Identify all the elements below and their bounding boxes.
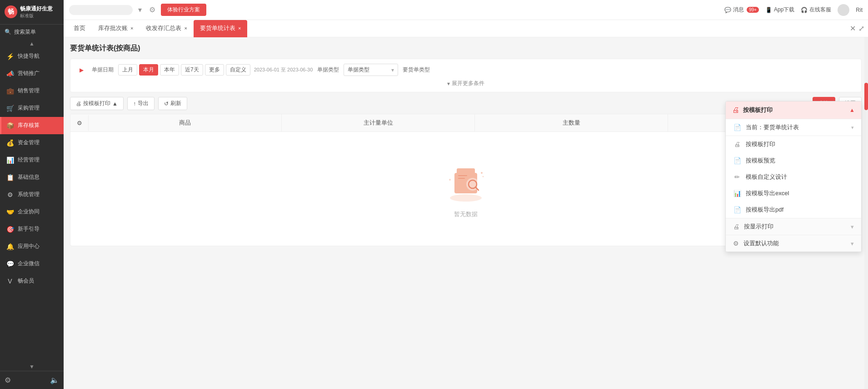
dropdown-current-template[interactable]: 📄 当前：要货单统计表 ▾ [726, 119, 861, 136]
sidebar-item-shortcut[interactable]: ⚡ 快捷导航 [0, 48, 64, 65]
trial-btn[interactable]: 体验行业方案 [161, 4, 206, 16]
content-area: 要货单统计表(按商品) ▶ 单据日期 上月 本月 本年 近7天 更多 自定义 2… [64, 37, 868, 389]
type-filter-label: 单据类型 [317, 66, 339, 74]
export-excel-icon: 📊 [733, 190, 741, 197]
sidebar-logo: 畅 畅康通好生意 标准版 [0, 0, 64, 25]
table-col-goods: 商品 [89, 114, 282, 131]
sidebar-item-newbie[interactable]: 🎯 新手引导 [0, 221, 64, 238]
sidebar-scroll-up[interactable]: ▲ [0, 40, 64, 48]
date-btn-current-year[interactable]: 本年 [160, 64, 179, 76]
newbie-icon: 🎯 [6, 225, 14, 233]
avatar[interactable] [838, 4, 849, 16]
topbar-gear-icon[interactable]: ⚙ [149, 5, 155, 14]
sidebar-item-sales[interactable]: 💼 销售管理 [0, 82, 64, 100]
expand-more-icon: ▾ [447, 81, 450, 87]
tab-inventory-batch[interactable]: 库存批次账 × [92, 20, 140, 37]
sidebar-item-operation[interactable]: 📊 经营管理 [0, 152, 64, 169]
page-title: 要货单统计表(按商品) [70, 44, 862, 53]
topbar-dropdown-btn[interactable]: ▾ [136, 5, 144, 15]
date-btn-current-month[interactable]: 本月 [139, 64, 158, 76]
wechat-icon: 💬 [6, 260, 14, 268]
date-range-display: 2023-06-01 至 2023-06-30 [254, 66, 313, 73]
tab-home[interactable]: 首页 [67, 20, 92, 37]
footer-audio-icon[interactable]: 🔈 [50, 376, 59, 384]
table-col-unit: 主计量单位 [282, 114, 475, 131]
operation-icon: 📊 [6, 156, 14, 164]
tabbar: 首页 库存批次账 × 收发存汇总表 × 要货单统计表 × ✕ ⤢ [64, 20, 868, 37]
refresh-icon: ↺ [164, 101, 169, 107]
app-download-btn[interactable]: 📱 App下载 [765, 6, 794, 14]
tab-order-stats-close[interactable]: × [238, 25, 241, 31]
main-area: ▾ ⚙ 体验行业方案 💬 消息 99+ 📱 App下载 🎧 在线客服 Rit 首… [64, 0, 868, 389]
dropdown-export-excel[interactable]: 📊 按模板导出excel [726, 185, 861, 202]
date-filter-group: 上月 本月 本年 近7天 更多 自定义 2023-06-01 至 2023-06… [118, 64, 313, 76]
logo-text: 畅康通好生意 标准版 [20, 5, 53, 19]
filter-bar: ▶ 单据日期 上月 本月 本年 近7天 更多 自定义 2023-06-01 至 … [70, 59, 862, 92]
right-scrollbar[interactable] [864, 37, 868, 389]
sidebar-item-appstore[interactable]: 🔔 应用中心 [0, 238, 64, 255]
date-btn-more[interactable]: 更多 [205, 64, 224, 76]
table-col-quantity: 主数量 [475, 114, 668, 131]
sidebar-item-basic[interactable]: 📋 基础信息 [0, 169, 64, 186]
filter-expand-more: ▾ 展开更多条件 [76, 80, 856, 87]
sidebar-item-wechat[interactable]: 💬 企业微信 [0, 255, 64, 273]
scrollbar-thumb [864, 83, 868, 110]
dropdown-set-default[interactable]: ⚙ 设置默认功能 ▾ [726, 235, 861, 252]
svg-point-8 [481, 172, 483, 174]
type-filter-chevron: ▾ [391, 67, 394, 73]
table-col-settings[interactable]: ⚙ [70, 115, 89, 131]
sidebar-item-inventory[interactable]: 📦 库存核算 [0, 117, 64, 134]
current-template-chevron: ▾ [851, 125, 854, 131]
date-btn-custom[interactable]: 自定义 [226, 64, 250, 76]
tab-inventory-batch-close[interactable]: × [130, 25, 133, 31]
sidebar-item-marketing[interactable]: 📣 营销推广 [0, 65, 64, 82]
dropdown-header-chevron[interactable]: ▲ [849, 107, 855, 113]
tabbar-close-btn[interactable]: ✕ [850, 24, 856, 33]
dropdown-template-design[interactable]: ✏ 模板自定义设计 [726, 169, 861, 185]
sidebar-item-finance[interactable]: 💰 资金管理 [0, 134, 64, 152]
refresh-btn[interactable]: ↺ 刷新 [158, 97, 187, 110]
dropdown-template-preview[interactable]: 📄 按模板预览 [726, 152, 861, 169]
goods-type-label: 要货单类型 [403, 66, 430, 74]
svg-point-10 [449, 179, 451, 181]
date-btn-7days[interactable]: 近7天 [181, 64, 203, 76]
messages-btn[interactable]: 💬 消息 99+ [724, 6, 759, 14]
filter-expand-arrow: ▶ [80, 67, 84, 73]
sidebar-item-purchase[interactable]: 🛒 采购管理 [0, 100, 64, 117]
sidebar-item-system[interactable]: ⚙ 系统管理 [0, 186, 64, 203]
shortcut-icon: ⚡ [6, 52, 14, 61]
display-print-icon: 🖨 [733, 223, 739, 230]
date-filter-label: 单据日期 [92, 66, 114, 74]
tabbar-expand-btn[interactable]: ⤢ [858, 24, 864, 33]
dropdown-export-pdf[interactable]: 📄 按模板导出pdf [726, 202, 861, 218]
expand-more-btn[interactable]: ▾ 展开更多条件 [447, 80, 484, 87]
tab-order-stats[interactable]: 要货单统计表 × [194, 20, 247, 37]
headset-icon: 🎧 [801, 7, 808, 13]
sidebar-search[interactable]: 🔍 搜索菜单 [0, 25, 64, 40]
type-filter-select[interactable]: 单据类型 ▾ [344, 64, 398, 76]
tabbar-right: ✕ ⤢ [850, 24, 864, 33]
username: Rit [856, 7, 863, 13]
export-btn[interactable]: ↑ 导出 [127, 97, 155, 110]
filter-expand-icon-btn[interactable]: ▶ [76, 65, 87, 75]
footer-settings-icon[interactable]: ⚙ [5, 376, 11, 384]
tab-receipt-summary-close[interactable]: × [184, 25, 187, 31]
tab-receipt-summary[interactable]: 收发存汇总表 × [140, 20, 193, 37]
dropdown-display-print[interactable]: 🖨 按显示打印 ▾ [726, 218, 861, 235]
basic-icon: 📋 [6, 173, 14, 182]
dropdown-section-display: 🖨 按显示打印 ▾ [726, 218, 861, 235]
system-icon: ⚙ [6, 191, 14, 199]
print-btn[interactable]: 🖨 按模板打印 ▲ [70, 97, 124, 110]
sidebar-scroll-down[interactable]: ▼ [0, 363, 64, 371]
dropdown-template-print[interactable]: 🖨 按模板打印 [726, 136, 861, 152]
topbar-search-input[interactable] [69, 5, 133, 15]
sidebar-item-enterprise[interactable]: 🤝 企业协同 [0, 203, 64, 221]
set-default-icon: ⚙ [733, 240, 739, 247]
customer-service-btn[interactable]: 🎧 在线客服 [801, 6, 831, 14]
dropdown-print-icon: 🖨 [732, 106, 739, 114]
search-icon: 🔍 [5, 29, 11, 35]
sidebar-item-member[interactable]: V 畅会员 [0, 273, 64, 290]
date-btn-prev-month[interactable]: 上月 [118, 64, 137, 76]
filter-row: ▶ 单据日期 上月 本月 本年 近7天 更多 自定义 2023-06-01 至 … [76, 64, 856, 76]
print-icon: 🖨 [76, 101, 81, 107]
